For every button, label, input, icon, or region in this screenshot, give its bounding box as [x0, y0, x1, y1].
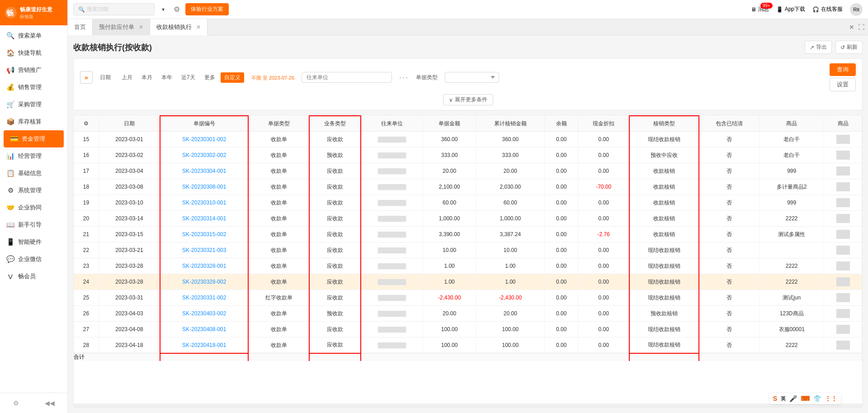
partner-input[interactable]: [302, 72, 392, 83]
table-row[interactable]: 22 2023-03-21 SK-20230321-003 收款单 应收款 ██…: [74, 242, 862, 258]
tab-close-all-icon[interactable]: ✕: [849, 24, 854, 31]
table-row[interactable]: 16 2023-03-02 SK-20230302-002 收款单 预收款 ██…: [74, 147, 862, 163]
cell-discount: 0.00: [578, 147, 630, 163]
billno-link[interactable]: SK-20230328-001: [182, 263, 226, 269]
sidebar-item-enterprise[interactable]: 🤝企业协同: [0, 199, 67, 216]
sidebar-item-operation[interactable]: 📊经营管理: [0, 147, 67, 165]
cell-amount: 2,100.00: [423, 179, 476, 195]
this-month-btn[interactable]: 本月: [138, 72, 156, 83]
th-partner: 往来单位: [361, 116, 423, 132]
refresh-button[interactable]: ↺ 刷新: [835, 41, 863, 54]
sidebar-item-basic[interactable]: 📋基础信息: [0, 165, 67, 182]
tab-collection[interactable]: 收款核销执行 ✕: [150, 19, 208, 35]
table-row[interactable]: 27 2023-04-08 SK-20230408-001 收款单 应收款 ██…: [74, 322, 862, 337]
user-avatar[interactable]: Rit: [850, 3, 863, 16]
bill-type-select[interactable]: [445, 72, 499, 83]
sidebar-item-member[interactable]: V畅会员: [0, 268, 67, 285]
billno-link[interactable]: SK-20230304-001: [182, 168, 226, 174]
solution-button[interactable]: 体验行业方案: [185, 3, 229, 15]
table-row[interactable]: 17 2023-03-04 SK-20230304-001 收款单 应收款 ██…: [74, 163, 862, 179]
sidebar-item-wechat[interactable]: 💬企业微信: [0, 251, 67, 268]
last-month-btn[interactable]: 上月: [118, 72, 136, 83]
partner-more-icon[interactable]: ···: [399, 73, 409, 82]
export-button[interactable]: ↗ 导出: [805, 41, 832, 54]
service-label: 在线客服: [821, 5, 843, 13]
footer-bustype: [309, 353, 361, 361]
table-row[interactable]: 18 2023-03-08 SK-20230308-001 收款单 应收款 ██…: [74, 179, 862, 195]
footer-balance: [545, 353, 578, 361]
sidebar-item-purchase[interactable]: 🛒采购管理: [0, 96, 67, 113]
sidebar-item-guide[interactable]: 📖新手引导: [0, 216, 67, 233]
tab-collection-close[interactable]: ✕: [196, 24, 201, 30]
more-date-btn[interactable]: 更多: [201, 72, 219, 83]
cell-date: 2023-03-10: [99, 195, 160, 211]
sidebar-item-inventory[interactable]: 📦库存核算: [0, 113, 67, 130]
table-row[interactable]: 26 2023-04-03 SK-20230403-002 收款单 预收款 ██…: [74, 306, 862, 322]
cell-included: 否: [699, 337, 759, 353]
sidebar-item-hardware[interactable]: 📱智能硬件: [0, 233, 67, 251]
expand-more-button[interactable]: ∨ 展开更多条件: [443, 94, 493, 105]
table-row[interactable]: 21 2023-03-15 SK-20230315-002 收款单 应收款 ██…: [74, 227, 862, 242]
billno-link[interactable]: SK-20230308-001: [182, 184, 226, 190]
table-row[interactable]: 20 2023-03-14 SK-20230314-001 收款单 应收款 ██…: [74, 211, 862, 227]
custom-date-btn[interactable]: 自定义: [221, 72, 244, 83]
cell-writetype: 收款核销: [629, 195, 699, 211]
table-row[interactable]: 24 2023-03-28 SK-20230328-002 收款单 应收款 ██…: [74, 274, 862, 290]
table-row[interactable]: 15 2023-03-01 SK-20230301-002 收款单 应收款 ██…: [74, 132, 862, 147]
sidebar-item-system[interactable]: ⚙系统管理: [0, 182, 67, 199]
billno-link[interactable]: SK-20230301-002: [182, 136, 226, 142]
table-row[interactable]: 25 2023-03-31 SK-20230331-002 红字收款单 应收款 …: [74, 290, 862, 306]
topbar-gear-icon[interactable]: ⚙: [172, 3, 182, 15]
table-container[interactable]: ⚙ 日期 单据编号 单据类型 业务类型 往来单位 单据金额 累计核销金额 余额 …: [74, 115, 862, 404]
billno-link[interactable]: SK-20230310-001: [182, 199, 226, 206]
cell-billtype: 收款单: [248, 163, 309, 179]
billno-link[interactable]: SK-20230403-002: [182, 310, 226, 317]
billno-link[interactable]: SK-20230328-002: [182, 279, 226, 285]
footer-billtype: [248, 353, 309, 361]
billno-link[interactable]: SK-20230314-001: [182, 215, 226, 222]
cell-amount: 100.00: [423, 337, 476, 353]
tab-prepay[interactable]: 预付款应付单 ✕: [93, 19, 150, 35]
footer-writetype: [629, 353, 699, 361]
tab-home[interactable]: 首页: [68, 19, 93, 35]
sidebar-item-sales[interactable]: 💰销售管理: [0, 79, 67, 96]
message-button[interactable]: 🖥 消息 99+: [751, 5, 769, 13]
filter-expand-button[interactable]: »: [80, 71, 93, 84]
billno-link[interactable]: SK-20230315-002: [182, 231, 226, 237]
collapse-icon[interactable]: ◀◀: [42, 397, 57, 409]
tab-expand-icon[interactable]: ⛶: [858, 24, 864, 31]
cell-billno: SK-20230301-002: [160, 132, 248, 147]
table-row[interactable]: 28 2023-04-18 SK-20230418-001 收款单 应收款 ██…: [74, 337, 862, 353]
billno-link[interactable]: SK-20230321-003: [182, 247, 226, 253]
billno-link[interactable]: SK-20230408-001: [182, 326, 226, 332]
cell-billtype: 红字收款单: [248, 290, 309, 306]
topbar-search[interactable]: 🔍 搜索功能: [73, 3, 155, 15]
billno-link[interactable]: SK-20230418-001: [182, 342, 226, 348]
export-label: 导出: [816, 43, 827, 51]
horizontal-scrollbar[interactable]: [74, 404, 862, 407]
billno-link[interactable]: SK-20230331-002: [182, 294, 226, 301]
table-row[interactable]: 23 2023-03-28 SK-20230328-001 收款单 应收款 ██…: [74, 258, 862, 274]
cell-partner: ████████: [361, 306, 423, 322]
sidebar-nav: 🔍搜索菜单🏠快捷导航📢营销推广💰销售管理🛒采购管理📦库存核算💳资金管理📊经营管理…: [0, 25, 67, 393]
billno-link[interactable]: SK-20230302-002: [182, 152, 226, 158]
sidebar-item-marketing[interactable]: 📢营销推广: [0, 62, 67, 79]
this-year-btn[interactable]: 本年: [158, 72, 176, 83]
topbar-dropdown[interactable]: ▾: [158, 5, 168, 14]
filter-settings-button[interactable]: 设置: [830, 78, 856, 91]
footer-amount: [423, 353, 476, 361]
cell-idx: 20: [74, 211, 99, 227]
cell-writetype: 现结收款核销: [629, 322, 699, 337]
settings-icon[interactable]: ⚙: [10, 397, 22, 409]
tab-prepay-close[interactable]: ✕: [139, 24, 143, 30]
sidebar-item-nav[interactable]: 🏠快捷导航: [0, 44, 67, 62]
table-row[interactable]: 19 2023-03-10 SK-20230310-001 收款单 应收款 ██…: [74, 195, 862, 211]
customer-service-button[interactable]: 🎧 在线客服: [812, 5, 843, 13]
last-7-days-btn[interactable]: 近7天: [178, 72, 199, 83]
query-button[interactable]: 查询: [830, 63, 856, 76]
sidebar-item-label: 快捷导航: [18, 49, 42, 57]
sidebar-item-finance[interactable]: 💳资金管理: [4, 130, 64, 147]
cell-goods2: [824, 306, 862, 322]
app-download-button[interactable]: 📱 App下载: [776, 5, 805, 13]
sidebar-item-search[interactable]: 🔍搜索菜单: [0, 27, 67, 44]
